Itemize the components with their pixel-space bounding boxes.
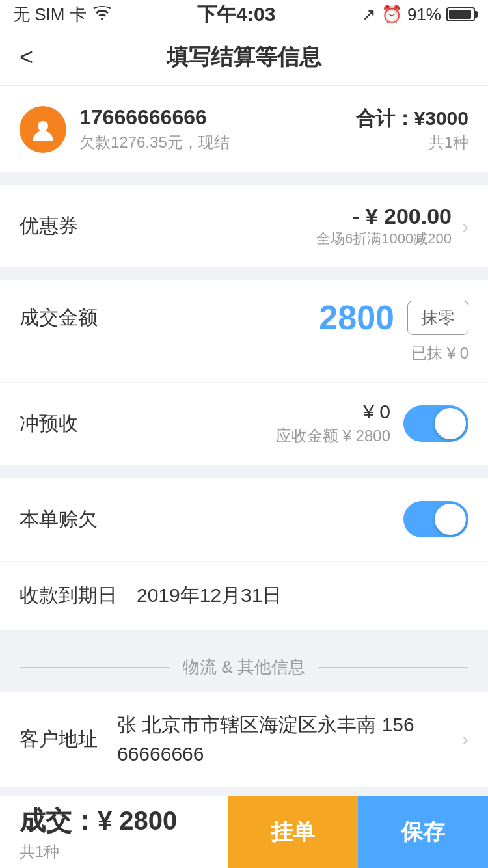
status-left: 无 SIM 卡	[13, 3, 111, 26]
content-area: 17666666666 欠款1276.35元，现结 合计：¥3000 共1种 优…	[0, 86, 488, 868]
due-value: 2019年12月31日	[137, 582, 282, 609]
amount-sub: 已抹 ¥ 0	[411, 344, 468, 362]
deal-label: 成交：	[20, 806, 98, 835]
status-right: ↗ ⏰ 91%	[362, 5, 475, 25]
user-phone: 17666666666	[79, 105, 230, 129]
chong-toggle-wrap: ¥ 0 应收金额 ¥ 2800	[276, 401, 468, 446]
coupon-desc: 全场6折满1000减200	[316, 229, 452, 249]
due-label: 收款到期日	[20, 582, 117, 609]
bottom-count: 共1种	[20, 841, 208, 862]
amount-section: 成交金额 2800 抹零 已抹 ¥ 0	[0, 280, 488, 382]
chong-label: 冲预收	[20, 411, 78, 437]
divider-2	[0, 465, 488, 478]
page-title: 填写结算等信息	[167, 42, 321, 72]
user-left: 17666666666 欠款1276.35元，现结	[20, 105, 230, 153]
sep-text: 物流 & 其他信息	[183, 656, 305, 679]
back-button[interactable]: <	[20, 44, 33, 71]
sep-line-left	[20, 667, 170, 668]
debt-row: 本单赊欠	[0, 478, 488, 561]
user-debt: 欠款1276.35元，现结	[79, 132, 230, 153]
status-bar: 无 SIM 卡 下午4:03 ↗ ⏰ 91%	[0, 0, 488, 29]
total-count: 共1种	[356, 132, 468, 153]
amount-row: 成交金额 2800 抹零	[20, 298, 468, 337]
alarm-icon: ⏰	[381, 5, 402, 25]
address-row[interactable]: 客户地址 张 北京市市辖区海淀区永丰南 156 66666666 ›	[0, 692, 488, 787]
wifi-icon	[93, 5, 111, 25]
nav-bar: < 填写结算等信息	[0, 29, 488, 86]
section-separator: 物流 & 其他信息	[0, 643, 488, 692]
divider-3	[0, 630, 488, 643]
user-total: 合计：¥3000 共1种	[356, 105, 468, 153]
round-zero-button[interactable]: 抹零	[407, 301, 468, 335]
location-icon: ↗	[362, 5, 376, 25]
sep-line-right	[318, 667, 468, 668]
coupon-amount: - ¥ 200.00	[352, 204, 452, 229]
debt-label: 本单赊欠	[20, 506, 98, 533]
amount-value-group: 2800 抹零	[319, 298, 468, 337]
carrier-text: 无 SIM 卡	[13, 3, 87, 26]
chong-sub: 应收金额 ¥ 2800	[276, 426, 390, 446]
chong-toggle-thumb	[435, 408, 466, 439]
address-value: 张 北京市市辖区海淀区永丰南 156 66666666	[117, 710, 462, 768]
avatar	[20, 106, 66, 153]
status-time: 下午4:03	[197, 1, 275, 28]
coupon-right: - ¥ 200.00 全场6折满1000减200 ›	[316, 204, 468, 249]
bottom-summary: 成交：¥ 2800 共1种	[0, 803, 228, 862]
address-label: 客户地址	[20, 726, 98, 753]
total-amount: 合计：¥3000	[356, 105, 468, 132]
battery-icon	[446, 7, 475, 21]
battery-percent: 91%	[407, 5, 441, 25]
svg-point-0	[38, 121, 48, 131]
coupon-row[interactable]: 优惠券 - ¥ 200.00 全场6折满1000减200 ›	[0, 185, 488, 267]
bottom-bar: 成交：¥ 2800 共1种 挂单 保存	[0, 796, 488, 868]
bottom-deal: 成交：¥ 2800	[20, 803, 208, 839]
divider-1	[0, 267, 488, 280]
debt-toggle[interactable]	[403, 501, 468, 537]
hang-button[interactable]: 挂单	[228, 796, 358, 868]
chong-amount: ¥ 0	[363, 401, 390, 423]
chong-toggle[interactable]	[403, 405, 468, 442]
chevron-right-icon: ›	[462, 215, 468, 237]
amount-label: 成交金额	[20, 305, 98, 331]
save-button[interactable]: 保存	[358, 796, 488, 868]
address-chevron-icon: ›	[462, 728, 468, 750]
deal-amount: ¥ 2800	[98, 806, 177, 835]
user-info: 17666666666 欠款1276.35元，现结	[79, 105, 230, 153]
amount-number: 2800	[319, 298, 394, 337]
user-card: 17666666666 欠款1276.35元，现结 合计：¥3000 共1种	[0, 86, 488, 172]
chong-row: 冲预收 ¥ 0 应收金额 ¥ 2800	[0, 383, 488, 465]
chong-right: ¥ 0 应收金额 ¥ 2800	[276, 401, 390, 446]
due-date-row: 收款到期日 2019年12月31日	[0, 562, 488, 630]
debt-toggle-thumb	[435, 504, 466, 535]
coupon-label: 优惠券	[20, 213, 78, 239]
